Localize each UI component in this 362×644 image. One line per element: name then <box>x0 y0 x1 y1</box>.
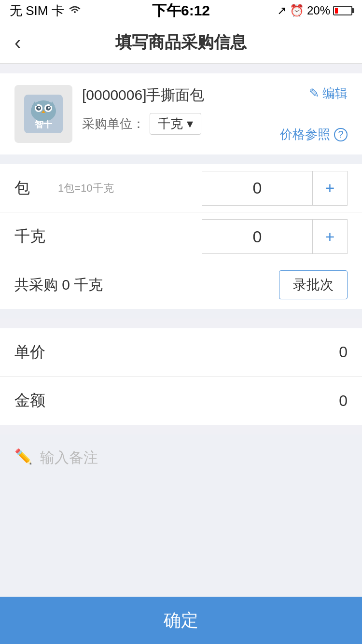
edit-label: 编辑 <box>322 85 348 102</box>
unit-price-row: 单价 0 <box>0 328 362 377</box>
kg-quantity-input[interactable] <box>202 219 313 254</box>
product-name: [0000006]手撕面包 <box>82 85 348 105</box>
amount-label: 金额 <box>14 390 45 411</box>
confirm-bar[interactable]: 确定 <box>0 597 362 644</box>
bao-input-right: + <box>202 171 348 206</box>
amount-value: 0 <box>339 392 348 410</box>
pencil-icon: ✏️ <box>14 448 32 465</box>
battery-percent: 20% <box>307 4 330 17</box>
unit-prefix: 采购单位： <box>82 115 145 132</box>
kg-plus-button[interactable]: + <box>313 219 348 254</box>
location-icon: ↗ <box>277 4 287 17</box>
bao-label: 包 <box>14 178 53 199</box>
back-button[interactable]: ‹ <box>14 33 21 52</box>
kg-label: 千克 <box>14 226 53 247</box>
nav-bar: ‹ 填写商品采购信息 <box>0 21 362 64</box>
bao-quantity-input[interactable] <box>202 171 313 206</box>
unit-dropdown[interactable]: 千克 ▾ <box>150 113 201 135</box>
status-left: 无 SIM 卡 <box>10 2 82 19</box>
status-right: ↗ ⏰ 20% <box>277 4 352 17</box>
edit-button[interactable]: ✎ 编辑 <box>309 85 348 102</box>
info-icon: ? <box>334 128 348 141</box>
bao-input-row: 包 1包=10千克 + <box>0 164 362 212</box>
svg-point-5 <box>38 107 40 109</box>
quantity-input-section: 包 1包=10千克 + 千克 + <box>0 164 362 261</box>
no-sim-text: 无 SIM 卡 <box>10 2 64 19</box>
logo-text: 智十 <box>35 119 52 130</box>
status-time: 下午6:12 <box>152 1 210 21</box>
unit-price-label: 单价 <box>14 342 45 363</box>
plus-icon: + <box>325 179 335 197</box>
svg-point-6 <box>48 107 50 109</box>
section-divider-1 <box>0 154 362 164</box>
price-ref-button[interactable]: 价格参照 ? <box>280 126 348 143</box>
unit-price-value: 0 <box>339 343 348 361</box>
product-image: 智十 <box>14 85 72 143</box>
product-card: 智十 [0000006]手撕面包 采购单位： 千克 ▾ ✎ 编辑 价格参照 ? <box>0 73 362 154</box>
price-ref-label: 价格参照 <box>280 126 330 143</box>
status-bar: 无 SIM 卡 下午6:12 ↗ ⏰ 20% <box>0 0 362 21</box>
kg-input-right: + <box>202 219 348 254</box>
note-placeholder: 输入备注 <box>40 448 98 468</box>
amount-row: 金额 0 <box>0 377 362 425</box>
summary-text: 共采购 0 千克 <box>14 275 103 295</box>
page-title: 填写商品采购信息 <box>115 31 247 54</box>
price-section: 单价 0 金额 0 <box>0 328 362 425</box>
summary-row: 共采购 0 千克 录批次 <box>0 261 362 309</box>
battery-fill <box>335 8 338 14</box>
kg-input-row: 千克 + <box>0 212 362 261</box>
edit-icon: ✎ <box>309 86 320 101</box>
chevron-down-icon: ▾ <box>187 116 193 131</box>
plus-icon-2: + <box>325 227 335 246</box>
unit-value: 千克 <box>158 115 183 132</box>
confirm-label: 确定 <box>164 609 198 632</box>
section-divider-2 <box>0 309 362 319</box>
alarm-icon: ⏰ <box>290 4 304 17</box>
batch-button[interactable]: 录批次 <box>279 270 348 299</box>
bao-plus-button[interactable]: + <box>313 171 348 206</box>
wifi-icon <box>68 3 82 18</box>
product-logo: 智十 <box>24 95 63 133</box>
bao-sublabel: 1包=10千克 <box>58 181 114 196</box>
battery-icon <box>333 6 352 15</box>
